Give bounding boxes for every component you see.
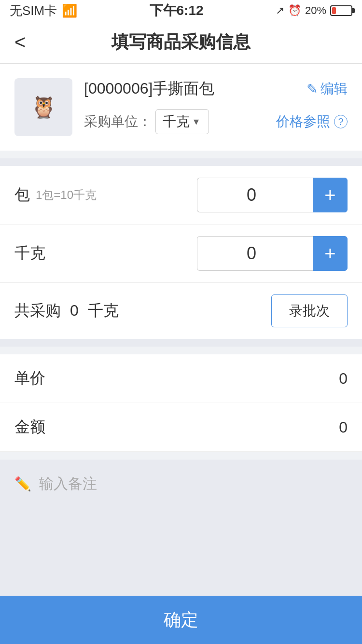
- bag-input-row: 包 1包=10千克 +: [0, 166, 362, 224]
- chevron-down-icon: ▾: [194, 115, 199, 128]
- unit-price-row: 单价 0: [0, 354, 362, 403]
- divider-2: [0, 339, 362, 347]
- amount-row: 金额 0: [0, 403, 362, 452]
- page-title: 填写商品采购信息: [111, 30, 251, 54]
- bag-plus-button[interactable]: +: [313, 178, 348, 212]
- unit-price-value: 0: [339, 370, 348, 388]
- price-section: 单价 0 金额 0: [0, 354, 362, 452]
- kg-input-row: 千克 +: [0, 224, 362, 283]
- remark-section[interactable]: ✏️ 输入备注: [0, 460, 362, 508]
- edit-button[interactable]: ✎ 编辑: [306, 80, 348, 98]
- bag-sublabel: 1包=10千克: [36, 187, 97, 203]
- nav-bar: < 填写商品采购信息: [0, 21, 362, 64]
- total-value: 0: [70, 302, 79, 319]
- unit-dropdown[interactable]: 千克 ▾: [155, 109, 209, 134]
- unit-value: 千克: [163, 112, 190, 131]
- edit-label: 编辑: [320, 80, 348, 98]
- kg-quantity-input[interactable]: [197, 236, 313, 271]
- kg-input-right: +: [197, 236, 348, 271]
- product-header: [0000006]手撕面包 ✎ 编辑: [84, 78, 348, 99]
- wifi-icon: 📶: [62, 3, 77, 18]
- product-info: [0000006]手撕面包 ✎ 编辑 采购单位： 千克 ▾ 价格参照 ?: [84, 78, 348, 134]
- status-left: 无SIM卡 📶: [10, 2, 77, 19]
- total-text: 共采购 0 千克: [14, 300, 119, 322]
- product-card: 🦉 [0000006]手撕面包 ✎ 编辑 采购单位： 千克 ▾ 价格参照 ?: [0, 64, 362, 151]
- amount-label: 金额: [14, 417, 45, 438]
- product-name: [0000006]手撕面包: [84, 78, 214, 99]
- bag-label: 包: [14, 184, 30, 206]
- alarm-icon: ⏰: [288, 4, 301, 17]
- total-row: 共采购 0 千克 录批次: [0, 283, 362, 339]
- divider-1: [0, 158, 362, 166]
- price-ref-label: 价格参照: [276, 112, 330, 131]
- status-right: ↗ ⏰ 20%: [276, 4, 352, 17]
- edit-icon: ✎: [306, 81, 318, 97]
- info-icon: ?: [334, 115, 348, 128]
- pencil-icon: ✏️: [14, 476, 31, 492]
- total-unit: 千克: [88, 302, 119, 319]
- bag-input-right: +: [197, 178, 348, 212]
- battery-percent: 20%: [305, 4, 326, 17]
- kg-label: 千克: [14, 243, 45, 264]
- battery-fill: [332, 7, 336, 14]
- status-bar: 无SIM卡 📶 下午6:12 ↗ ⏰ 20%: [0, 0, 362, 21]
- battery-icon: [330, 5, 352, 16]
- batch-button[interactable]: 录批次: [271, 294, 348, 327]
- bag-quantity-input[interactable]: [197, 178, 313, 212]
- confirm-button[interactable]: 确定: [0, 596, 362, 644]
- location-icon: ↗: [276, 4, 284, 17]
- unit-label: 采购单位：: [84, 112, 152, 131]
- product-logo: 🦉: [30, 95, 57, 120]
- kg-plus-button[interactable]: +: [313, 236, 348, 271]
- unit-price-label: 单价: [14, 368, 45, 389]
- price-ref-button[interactable]: 价格参照 ?: [276, 112, 348, 131]
- unit-selector[interactable]: 采购单位： 千克 ▾: [84, 109, 209, 134]
- status-time: 下午6:12: [150, 1, 204, 20]
- total-label: 共采购: [14, 302, 61, 319]
- input-section: 包 1包=10千克 + 千克 +: [0, 166, 362, 283]
- product-unit-row: 采购单位： 千克 ▾ 价格参照 ?: [84, 109, 348, 134]
- amount-value: 0: [339, 419, 348, 436]
- back-button[interactable]: <: [14, 31, 26, 53]
- carrier-label: 无SIM卡: [10, 2, 57, 19]
- remark-placeholder: 输入备注: [39, 474, 97, 494]
- product-image: 🦉: [14, 78, 72, 136]
